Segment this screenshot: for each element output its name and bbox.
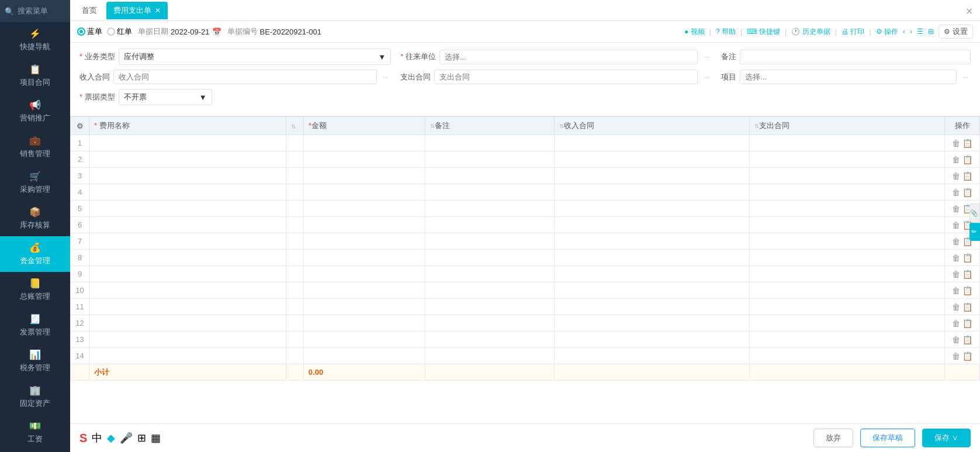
calendar-icon[interactable]: 📅	[212, 27, 221, 36]
row-expense-name-1[interactable]	[89, 135, 286, 151]
sidebar-item-fund[interactable]: 💰资金管理	[0, 236, 70, 272]
view-grid-btn[interactable]: ⊞	[928, 27, 934, 36]
row-expense-name-8[interactable]	[89, 250, 286, 266]
copy-icon-11[interactable]: 📋	[962, 302, 972, 312]
sidebar-item-project-contract[interactable]: 📋项目合同	[0, 58, 70, 94]
row-amount-2[interactable]	[303, 151, 425, 168]
row-expense-contract-11[interactable]	[750, 299, 945, 315]
row-remark-13[interactable]	[425, 332, 555, 348]
mic-icon[interactable]: 🎤	[120, 432, 133, 444]
row-income-contract-12[interactable]	[555, 315, 750, 332]
row-expense-name-4[interactable]	[89, 184, 286, 201]
project-dots[interactable]: ···	[960, 73, 971, 81]
copy-icon-4[interactable]: 📋	[962, 188, 972, 197]
grid2-icon[interactable]: ▦	[151, 432, 161, 444]
row-expense-contract-10[interactable]	[750, 282, 945, 299]
delete-icon-13[interactable]: 🗑	[952, 335, 960, 344]
video-btn[interactable]: ● 视频	[684, 27, 705, 37]
num-value[interactable]: BE-20220921-001	[260, 27, 322, 36]
row-income-contract-14[interactable]	[555, 348, 750, 364]
income-dots[interactable]: ···	[380, 73, 391, 81]
set-button[interactable]: ⚙ 设置	[939, 25, 973, 39]
row-expense-name-7[interactable]	[89, 233, 286, 250]
sidebar-item-purchase[interactable]: 🛒采购管理	[0, 165, 70, 201]
copy-icon-8[interactable]: 📋	[962, 253, 972, 263]
row-expense-name-5[interactable]	[89, 201, 286, 217]
copy-icon-3[interactable]: 📋	[962, 171, 972, 181]
row-expense-name-6[interactable]	[89, 217, 286, 233]
date-value[interactable]: 2022-09-21	[171, 27, 210, 36]
tab-home[interactable]: 首页	[75, 2, 104, 19]
row-amount-5[interactable]	[303, 201, 425, 217]
sidebar-item-salary[interactable]: 💵工资	[0, 415, 70, 450]
row-amount-6[interactable]	[303, 217, 425, 233]
row-expense-contract-14[interactable]	[750, 348, 945, 364]
copy-icon-2[interactable]: 📋	[962, 155, 972, 164]
sidebar-item-tax[interactable]: 📊税务管理	[0, 343, 70, 379]
row-expense-contract-9[interactable]	[750, 266, 945, 282]
partner-dots[interactable]: ···	[701, 53, 712, 61]
save-draft-button[interactable]: 保存草稿	[860, 429, 915, 447]
copy-icon-12[interactable]: 📋	[962, 319, 972, 328]
delete-icon-3[interactable]: 🗑	[952, 171, 960, 181]
nav-next-btn[interactable]: ›	[910, 27, 912, 36]
copy-icon-14[interactable]: 📋	[962, 351, 972, 361]
row-income-contract-1[interactable]	[555, 135, 750, 151]
th-settings[interactable]: ⚙	[71, 117, 89, 135]
row-remark-2[interactable]	[425, 151, 555, 168]
row-expense-contract-1[interactable]	[750, 135, 945, 151]
delete-icon-10[interactable]: 🗑	[952, 286, 960, 295]
row-expense-contract-3[interactable]	[750, 168, 945, 184]
right-edge-edit[interactable]: ✏	[969, 223, 980, 241]
row-remark-6[interactable]	[425, 217, 555, 233]
save-button[interactable]: 保存 ∨	[922, 429, 971, 447]
row-amount-10[interactable]	[303, 282, 425, 299]
diamond-icon[interactable]: ◆	[107, 432, 115, 444]
row-income-contract-3[interactable]	[555, 168, 750, 184]
discard-button[interactable]: 放弃	[813, 429, 853, 447]
sidebar-item-sales[interactable]: 💼销售管理	[0, 129, 70, 165]
row-expense-contract-2[interactable]	[750, 151, 945, 168]
row-income-contract-5[interactable]	[555, 201, 750, 217]
row-amount-9[interactable]	[303, 266, 425, 282]
delete-icon-12[interactable]: 🗑	[952, 319, 960, 328]
delete-icon-8[interactable]: 🗑	[952, 253, 960, 263]
row-expense-name-3[interactable]	[89, 168, 286, 184]
row-expense-name-9[interactable]	[89, 266, 286, 282]
row-expense-contract-7[interactable]	[750, 233, 945, 250]
delete-icon-4[interactable]: 🗑	[952, 188, 960, 197]
delete-icon-11[interactable]: 🗑	[952, 302, 960, 312]
row-remark-1[interactable]	[425, 135, 555, 151]
row-amount-1[interactable]	[303, 135, 425, 151]
row-remark-9[interactable]	[425, 266, 555, 282]
invoice-type-select[interactable]: 不开票 ▼	[119, 89, 212, 105]
row-remark-11[interactable]	[425, 299, 555, 315]
grid1-icon[interactable]: ⊞	[137, 432, 146, 444]
row-expense-contract-13[interactable]	[750, 332, 945, 348]
tab-expense[interactable]: 费用支出单 ✕	[106, 2, 168, 19]
sidebar-item-fixed-assets[interactable]: 🏢固定资产	[0, 379, 70, 415]
row-remark-4[interactable]	[425, 184, 555, 201]
row-remark-8[interactable]	[425, 250, 555, 266]
note-input[interactable]	[740, 50, 971, 64]
sidebar-item-quick-nav[interactable]: ⚡快捷导航	[0, 22, 70, 58]
sidebar-item-marketing[interactable]: 📢营销推广	[0, 94, 70, 129]
help-btn[interactable]: ? 帮助	[716, 27, 736, 37]
row-amount-11[interactable]	[303, 299, 425, 315]
expense-dots[interactable]: ···	[701, 73, 712, 81]
row-expense-contract-12[interactable]	[750, 315, 945, 332]
row-expense-contract-6[interactable]	[750, 217, 945, 233]
row-income-contract-11[interactable]	[555, 299, 750, 315]
row-remark-7[interactable]	[425, 233, 555, 250]
window-close-button[interactable]: ✕	[965, 6, 973, 17]
copy-icon-9[interactable]: 📋	[962, 270, 972, 279]
shortcut-btn[interactable]: ⌨ 快捷键	[747, 27, 780, 37]
delete-icon-6[interactable]: 🗑	[952, 220, 960, 230]
tab-close-icon[interactable]: ✕	[155, 6, 161, 15]
row-expense-name-10[interactable]	[89, 282, 286, 299]
row-remark-5[interactable]	[425, 201, 555, 217]
radio-blue[interactable]: 蓝单	[77, 26, 102, 37]
nav-prev-btn[interactable]: ‹	[903, 27, 905, 36]
delete-icon-5[interactable]: 🗑	[952, 204, 960, 213]
biz-type-select[interactable]: 应付调整 ▼	[119, 49, 392, 65]
